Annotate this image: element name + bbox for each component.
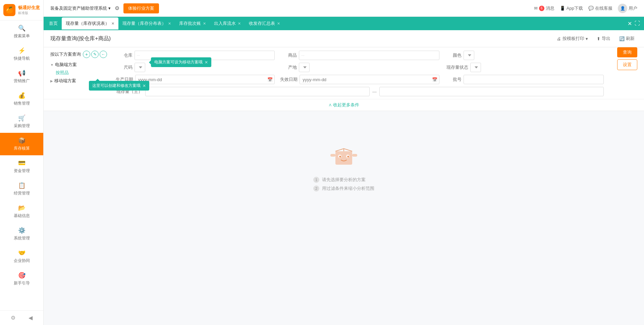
sidebar-item-system[interactable]: ⚙️ 系统管理 [0,223,43,245]
origin-select[interactable] [299,63,310,72]
settings-icon[interactable]: ⚙ [11,315,15,321]
sidebar-item-enterprise[interactable]: 🤝 企业协同 [0,245,43,268]
page-actions: 🖨 按模板打印 ▾ ⬆ 导出 🔄 刷新 [554,34,637,43]
sidebar-item-quick-nav[interactable]: ⚡ 快捷导航 [0,43,43,65]
sidebar-item-guide[interactable]: 🎯 新手引导 [0,268,43,290]
refresh-button[interactable]: 🔄 刷新 [616,34,637,43]
edit-scheme-button[interactable]: ✎ [91,51,99,58]
collapse-icon[interactable]: ◀ [29,315,33,321]
sidebar-item-label: 经营管理 [14,191,30,196]
query-actions: 查询 设置 [617,47,637,70]
sidebar-item-label: 快捷导航 [14,56,30,61]
tab-close-icon[interactable]: ✕ [238,21,241,26]
logo-icon: 🍊 [3,4,15,16]
stock-min-input[interactable] [145,87,370,96]
tab-label: 出入库流水 [214,20,236,26]
tooltip-close-icon[interactable]: ✕ [205,60,208,65]
sidebar-item-label: 资金管理 [14,168,30,174]
svg-point-5 [347,156,349,158]
empty-illustration [327,138,361,171]
tab-home[interactable]: 首页 [45,17,62,30]
status-select-wrapper [470,63,604,72]
batch-label: 批号 [445,76,462,83]
svg-point-4 [339,156,341,158]
system-selector[interactable]: 装备及固定资产辅助管理系统 ▾ [50,5,111,11]
produce-date-wrapper: 📅 [135,75,275,84]
sidebar-item-inventory[interactable]: 📦 库存核算 [0,133,43,155]
svg-rect-0 [335,151,352,165]
message-icon: ✉ [534,6,538,11]
arrow-scheme-button[interactable]: ← [100,51,107,58]
expire-date-label: 失效日期 [280,76,298,83]
tip-num-1: 1 [313,177,319,183]
online-service-button[interactable]: 💬 在线客服 [588,5,612,11]
warehouse-label: 仓库 [116,52,132,58]
filter-cell-status: 现存量状态 [445,63,604,72]
tip-num-2: 2 [313,185,319,192]
size-select[interactable] [135,63,145,72]
tab-close-icon[interactable]: ✕ [203,21,206,26]
status-select[interactable] [470,63,481,72]
export-button[interactable]: ⬆ 导出 [594,34,613,43]
sidebar-item-label: 新手引导 [14,280,30,286]
color-select[interactable] [464,51,474,60]
tab-inventory-status[interactable]: 现存量（库存状况表） ✕ [62,17,118,30]
template-print-button[interactable]: 🖨 按模板打印 ▾ [554,34,591,43]
tab-close-icon[interactable]: ✕ [111,21,114,26]
main-area: 装备及固定资产辅助管理系统 ▾ ⚙ 体验行业方案 ✉ 6 消息 📱 App下载 … [44,0,644,325]
plan-button[interactable]: 体验行业方案 [123,3,159,13]
close-all-icon[interactable]: ✕ [628,20,632,27]
sidebar-item-basic[interactable]: 📂 基础信息 [0,200,43,223]
tab-batch-account[interactable]: 库存批次账 ✕ [175,17,210,30]
sidebar-item-marketing[interactable]: 📢 营销推广 [0,65,43,88]
tab-inventory-dist[interactable]: 现存量（库存分布表） ✕ [118,17,175,30]
maximize-icon[interactable]: ⛶ [635,20,640,27]
add-scheme-button[interactable]: + [83,51,90,58]
message-button[interactable]: ✉ 6 消息 [534,5,554,11]
user-avatar-button[interactable]: 👤 用户 [618,4,637,13]
stock-max-input[interactable] [379,87,604,96]
tab-close-icon[interactable]: ✕ [277,21,280,26]
reset-button[interactable]: 设置 [617,59,637,70]
goods-input[interactable]: ··· [299,51,439,60]
logo-text: 畅通好生意 标准版 [18,5,40,15]
app-download-button[interactable]: 📱 App下载 [560,5,583,11]
sidebar-item-label: 营销推广 [14,78,30,84]
collapse-bar[interactable]: ∧ 收起更多条件 [44,99,644,111]
scheme-pc-sub-item[interactable]: 按照品 [50,69,116,77]
tab-close-icon[interactable]: ✕ [168,21,171,26]
tab-label: 现存量（库存分布表） [122,20,166,26]
system-icon: ⚙️ [18,227,25,234]
sidebar-item-search[interactable]: 🔍 搜索菜单 [0,20,43,43]
query-button[interactable]: 查询 [617,47,637,57]
app-download-label: App下载 [567,5,583,11]
gear-icon[interactable]: ⚙ [115,5,119,11]
message-badge: 6 [539,6,544,11]
collapse-icon: ▶ [50,79,53,83]
top-header: 装备及固定资产辅助管理系统 ▾ ⚙ 体验行业方案 ✉ 6 消息 📱 App下载 … [44,0,644,17]
svg-rect-6 [330,154,335,157]
sidebar-item-purchase[interactable]: 🛒 采购管理 [0,110,43,133]
range-separator: — [372,89,377,94]
print-icon: 🖨 [557,36,561,41]
sidebar-item-finance[interactable]: 💳 资金管理 [0,155,43,178]
empty-state: 1 请先选择要分析的方案 2 用过滤条件来缩小分析范围 [44,111,644,218]
page-header: 现存量查询(按仓库+商品) 🖨 按模板打印 ▾ ⬆ 导出 🔄 刷新 [44,30,644,47]
filter-header-label: 按以下方案查询 [50,51,81,57]
tab-inout-flow[interactable]: 出入库流水 ✕ [210,17,245,30]
finance-icon: 💳 [18,159,25,167]
sidebar-item-sales[interactable]: 💰 销售管理 [0,88,43,110]
sidebar-item-operations[interactable]: 📋 经营管理 [0,178,43,200]
basic-icon: 📂 [18,204,25,212]
origin-select-wrapper [299,63,439,72]
scheme-pc-item[interactable]: ▼ 电脑端方案 [50,61,116,69]
produce-date-input[interactable] [135,75,275,84]
tab-receive-summary[interactable]: 收发存汇总表 ✕ [245,17,284,30]
tooltip-edit-close-icon[interactable]: ✕ [143,84,146,88]
filter-row-4: 现存量（主） — [116,87,604,96]
expire-date-input[interactable] [300,75,439,84]
batch-input[interactable] [464,75,604,84]
tabs-bar: 首页 现存量（库存状况表） ✕ 现存量（库存分布表） ✕ 库存批次账 ✕ 出入库… [44,17,644,30]
enterprise-icon: 🤝 [18,249,25,257]
tooltip-pc: 电脑方案可设为移动方案哦 ✕ [151,57,211,67]
